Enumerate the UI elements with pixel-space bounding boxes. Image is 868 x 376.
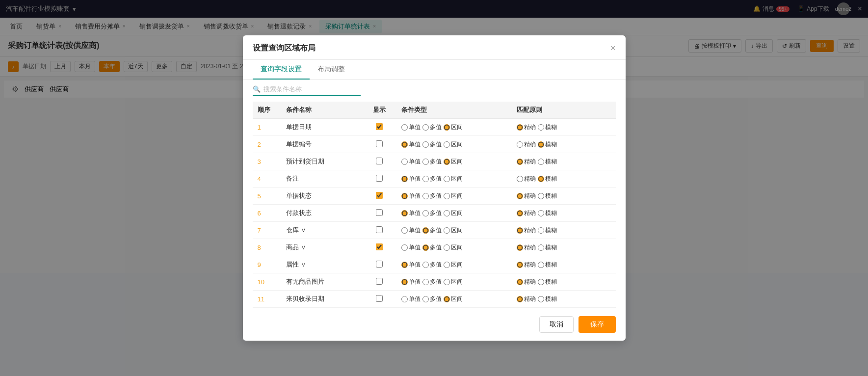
type-option-单值[interactable]: 单值 [401,261,421,269]
match-option-精确[interactable]: 精确 [517,209,536,217]
table-header-row-modal: 顺序 条件名称 显示 条件类型 匹配原则 [253,102,616,119]
display-checkbox[interactable] [376,261,383,268]
row-display [362,170,396,188]
match-radio-group: 精确模糊 [517,175,610,183]
match-option-模糊[interactable]: 模糊 [538,209,557,217]
display-checkbox[interactable] [376,209,383,216]
type-option-区间[interactable]: 区间 [444,243,463,252]
match-option-模糊[interactable]: 模糊 [538,140,557,149]
match-option-模糊[interactable]: 模糊 [538,192,557,200]
display-checkbox[interactable] [376,192,383,199]
search-input[interactable] [263,85,352,93]
table-row: 9属性 ∨单值多值区间精确模糊 [253,256,616,273]
type-option-多值[interactable]: 多值 [422,140,442,149]
row-name: 付款状态 [281,205,362,222]
display-checkbox[interactable] [376,123,383,130]
type-option-区间[interactable]: 区间 [444,261,463,269]
type-option-单值[interactable]: 单值 [401,243,421,252]
display-checkbox[interactable] [376,158,383,164]
row-name: 备注 [281,170,362,188]
display-checkbox[interactable] [376,243,383,250]
type-option-单值[interactable]: 单值 [401,140,421,149]
type-radio-group: 单值多值区间 [401,209,507,217]
type-option-区间[interactable]: 区间 [444,175,463,183]
type-radio-group: 单值多值区间 [401,123,507,132]
type-option-区间[interactable]: 区间 [444,226,463,235]
type-option-区间[interactable]: 区间 [444,140,463,149]
search-input-wrap: 🔍 [253,85,361,96]
row-match: 精确模糊 [512,239,615,256]
match-option-精确[interactable]: 精确 [517,140,536,149]
match-radio-group: 精确模糊 [517,209,610,217]
conditions-table: 顺序 条件名称 显示 条件类型 匹配原则 1单据日期单值多值区间精确模糊2单据编… [253,102,616,273]
match-radio-group: 精确模糊 [517,123,610,132]
type-radio-group: 单值多值区间 [401,158,507,166]
match-option-精确[interactable]: 精确 [517,158,536,166]
type-option-多值[interactable]: 多值 [422,175,442,183]
match-option-模糊[interactable]: 模糊 [538,261,557,269]
row-name: 单据日期 [281,119,362,136]
modal-tab-layout[interactable]: 布局调整 [310,60,353,80]
type-option-区间[interactable]: 区间 [444,158,463,166]
display-checkbox[interactable] [376,226,383,233]
row-type: 单值多值区间 [396,222,512,239]
type-option-多值[interactable]: 多值 [422,226,442,235]
table-row: 1单据日期单值多值区间精确模糊 [253,119,616,136]
table-row: 2单据编号单值多值区间精确模糊 [253,136,616,153]
modal-overlay: 设置查询区域布局 × 查询字段设置 布局调整 🔍 顺序 [0,0,868,273]
type-option-多值[interactable]: 多值 [422,158,442,166]
th-type: 条件类型 [396,102,512,119]
match-option-模糊[interactable]: 模糊 [538,158,557,166]
type-option-区间[interactable]: 区间 [444,192,463,200]
row-match: 精确模糊 [512,170,615,188]
match-option-精确[interactable]: 精确 [517,175,536,183]
modal-tab-query[interactable]: 查询字段设置 [253,60,310,80]
type-option-单值[interactable]: 单值 [401,192,421,200]
match-option-模糊[interactable]: 模糊 [538,226,557,235]
type-option-单值[interactable]: 单值 [401,226,421,235]
match-option-精确[interactable]: 精确 [517,243,536,252]
type-option-区间[interactable]: 区间 [444,123,463,132]
th-name: 条件名称 [281,102,362,119]
table-row: 7仓库 ∨单值多值区间精确模糊 [253,222,616,239]
row-order: 7 [253,222,282,239]
display-checkbox[interactable] [376,140,383,147]
match-option-精确[interactable]: 精确 [517,261,536,269]
match-option-精确[interactable]: 精确 [517,192,536,200]
row-order: 5 [253,188,282,205]
type-option-区间[interactable]: 区间 [444,209,463,217]
display-checkbox[interactable] [376,175,383,182]
type-option-多值[interactable]: 多值 [422,261,442,269]
row-type: 单值多值区间 [396,256,512,273]
match-radio-group: 精确模糊 [517,226,610,235]
row-display [362,205,396,222]
type-option-单值[interactable]: 单值 [401,209,421,217]
match-option-模糊[interactable]: 模糊 [538,243,557,252]
match-option-精确[interactable]: 精确 [517,123,536,132]
table-row: 3预计到货日期单值多值区间精确模糊 [253,153,616,170]
modal-title: 设置查询区域布局 [253,43,316,54]
modal-close-button[interactable]: × [610,43,616,54]
th-order: 顺序 [253,102,282,119]
type-option-多值[interactable]: 多值 [422,209,442,217]
row-type: 单值多值区间 [396,153,512,170]
match-option-模糊[interactable]: 模糊 [538,123,557,132]
type-option-单值[interactable]: 单值 [401,158,421,166]
table-row: 5单据状态单值多值区间精确模糊 [253,188,616,205]
type-option-多值[interactable]: 多值 [422,192,442,200]
modal-tabs: 查询字段设置 布局调整 [243,60,626,80]
order-number: 8 [258,244,261,251]
row-type: 单值多值区间 [396,136,512,153]
type-option-单值[interactable]: 单值 [401,175,421,183]
type-option-多值[interactable]: 多值 [422,123,442,132]
match-option-模糊[interactable]: 模糊 [538,175,557,183]
type-radio-group: 单值多值区间 [401,226,507,235]
order-number: 6 [258,210,261,217]
type-radio-group: 单值多值区间 [401,261,507,269]
type-option-多值[interactable]: 多值 [422,243,442,252]
modal-tab-layout-label: 布局调整 [317,65,345,73]
order-number: 2 [258,141,261,148]
type-option-单值[interactable]: 单值 [401,123,421,132]
match-option-精确[interactable]: 精确 [517,226,536,235]
row-match: 精确模糊 [512,222,615,239]
